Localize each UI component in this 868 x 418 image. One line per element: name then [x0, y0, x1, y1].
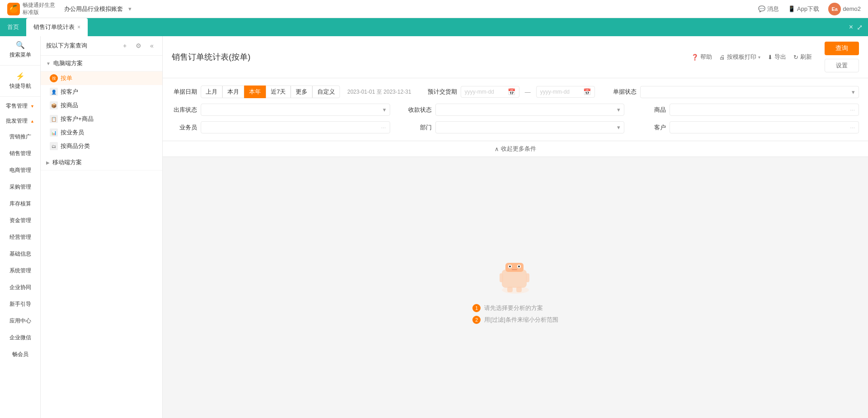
customer-label: 客户: [641, 124, 666, 132]
by-customer-icon: 👤: [50, 88, 58, 96]
sidebar-item-search-menu[interactable]: 🔍 搜索菜单: [0, 36, 40, 63]
date-btn-7days[interactable]: 近7天: [266, 86, 291, 98]
sidebar-item-basic-info[interactable]: 基础信息: [0, 246, 40, 262]
left-panel-header: 按以下方案查询 + ⚙ «: [41, 36, 162, 56]
dept-arrow-icon: ▾: [617, 124, 620, 131]
expected-date-end-placeholder: yyyy-mm-dd: [540, 89, 570, 95]
sidebar-item-inventory[interactable]: 库存核算: [0, 195, 40, 212]
query-button[interactable]: 查询: [825, 42, 859, 55]
collapse-icon: ∧: [495, 146, 499, 152]
sidebar-item-new-guide[interactable]: 新手引导: [0, 296, 40, 313]
expected-date-start-input[interactable]: yyyy-mm-dd 📅: [461, 86, 519, 98]
dept-select[interactable]: ▾: [435, 121, 625, 133]
user-menu-button[interactable]: Ea demo2: [828, 3, 861, 15]
product-dots-icon: ···: [850, 106, 855, 113]
settings-scheme-button[interactable]: ⚙: [133, 41, 143, 51]
calendar-start-icon: 📅: [508, 88, 515, 95]
app-download-button[interactable]: 📱 App下载: [788, 5, 819, 13]
tree-item-by-category[interactable]: 🗂 按商品分类: [41, 139, 162, 153]
sidebar-item-purchase-mgmt[interactable]: 采购管理: [0, 179, 40, 195]
calendar-end-icon: 📅: [583, 88, 591, 95]
filter-product-section: 商品 ···: [641, 104, 859, 116]
by-salesperson-icon: 📊: [50, 128, 58, 137]
sidebar-item-enterprise-co[interactable]: 企业协同: [0, 279, 40, 296]
customer-input[interactable]: ···: [670, 121, 859, 133]
date-dash: —: [525, 89, 531, 95]
empty-state: 1 请先选择要分析的方案 2 用[过滤]条件来缩小分析范围: [163, 157, 868, 418]
tab-minimize-icon[interactable]: ×: [849, 23, 853, 31]
sidebar-item-enterprise-wechat[interactable]: 企业微信: [0, 329, 40, 346]
sidebar-item-ecom-mgmt[interactable]: 电商管理: [0, 162, 40, 179]
app-title-dropdown-icon[interactable]: ▾: [128, 5, 132, 12]
empty-state-icon: [493, 252, 538, 297]
retail-mgmt-arrow-icon: ▼: [30, 104, 34, 109]
date-btn-this-month[interactable]: 本月: [222, 86, 244, 98]
payment-status-label: 收款状态: [406, 106, 432, 114]
sidebar-item-marketing[interactable]: 营销推广: [0, 128, 40, 145]
user-avatar: Ea: [828, 3, 841, 15]
sidebar-item-retail-mgmt[interactable]: 零售管理 ▼: [0, 99, 40, 114]
tree-section-pc[interactable]: ▼ 电脑端方案: [41, 56, 162, 71]
filter-area: 单据日期 上月 本月 本年 近7天 更多 自定义 2023-01-01 至 20…: [163, 78, 868, 141]
content-area: 销售订单统计表(按单) ❓ 帮助 🖨 按模板打印 ▾ ⬇ 导出: [163, 36, 868, 418]
tab-bar: 首页 销售订单统计表 × × ⤢: [0, 18, 868, 36]
payment-status-select[interactable]: ▾: [435, 104, 625, 116]
doc-status-label: 单据状态: [611, 88, 637, 96]
svg-point-6: [518, 266, 520, 267]
tree-item-by-salesperson[interactable]: 📊 按业务员: [41, 126, 162, 139]
tree-caret-pc: ▼: [46, 61, 51, 66]
tree-item-by-cust-prod[interactable]: 📋 按客户+商品: [41, 112, 162, 126]
tab-close-icon[interactable]: ×: [77, 24, 80, 30]
collapse-panel-button[interactable]: «: [147, 41, 157, 51]
sidebar-item-quick-nav[interactable]: ⚡ 快捷导航: [0, 67, 40, 95]
product-input[interactable]: ···: [670, 104, 859, 116]
tab-active[interactable]: 销售订单统计表 ×: [26, 18, 88, 36]
sidebar: 🔍 搜索菜单 ⚡ 快捷导航 零售管理 ▼ 批发管理 ▲ 营销推广 销售管理 电商…: [0, 36, 41, 418]
sidebar-item-finance-mgmt[interactable]: 资金管理: [0, 212, 40, 229]
date-btn-last-month[interactable]: 上月: [201, 86, 222, 98]
ship-status-select[interactable]: ▾: [201, 104, 390, 116]
tree-item-by-order[interactable]: 按 按单: [41, 71, 162, 85]
salesperson-label: 业务员: [172, 124, 197, 132]
top-bar-left: 🍊 畅捷通好生意 标准版 办公用品行业模拟账套 ▾: [7, 2, 132, 16]
sidebar-item-app-center[interactable]: 应用中心: [0, 313, 40, 329]
add-scheme-button[interactable]: +: [120, 41, 130, 51]
export-icon: ⬇: [768, 54, 773, 61]
date-btn-this-year[interactable]: 本年: [244, 86, 266, 98]
print-icon: 🖨: [719, 54, 725, 61]
sidebar-item-sales-mgmt[interactable]: 销售管理: [0, 145, 40, 162]
left-panel-title: 按以下方案查询: [46, 42, 87, 50]
print-dropdown-icon: ▾: [758, 55, 760, 60]
sidebar-item-member[interactable]: 畅会员: [0, 346, 40, 363]
help-button[interactable]: ❓ 帮助: [691, 53, 712, 61]
expected-date-end-input[interactable]: yyyy-mm-dd 📅: [536, 86, 595, 98]
salesperson-input[interactable]: ···: [201, 121, 390, 133]
refresh-icon: ↻: [793, 54, 798, 61]
sidebar-item-operations-mgmt[interactable]: 经营管理: [0, 229, 40, 246]
sidebar-item-wholesale-mgmt[interactable]: 批发管理 ▲: [0, 114, 40, 128]
collapse-bar[interactable]: ∧ 收起更多条件: [163, 141, 868, 157]
help-icon: ❓: [691, 54, 698, 61]
tab-maximize-icon[interactable]: ⤢: [857, 23, 863, 32]
tip-2-num: 2: [472, 316, 481, 324]
tip-2-text: 用[过滤]条件来缩小分析范围: [484, 316, 558, 324]
date-btn-more[interactable]: 更多: [291, 86, 312, 98]
empty-tip-1: 1 请先选择要分析的方案: [472, 304, 558, 312]
by-cust-prod-icon: 📋: [50, 115, 58, 123]
tree-section-mobile[interactable]: ▶ 移动端方案: [41, 155, 162, 171]
settings-button[interactable]: 设置: [825, 59, 859, 72]
print-button[interactable]: 🖨 按模板打印 ▾: [719, 53, 760, 61]
tab-home[interactable]: 首页: [0, 18, 26, 36]
tree-item-by-customer[interactable]: 👤 按客户: [41, 85, 162, 99]
export-button[interactable]: ⬇ 导出: [768, 53, 786, 61]
refresh-button[interactable]: ↻ 刷新: [793, 53, 812, 61]
sidebar-item-system-mgmt[interactable]: 系统管理: [0, 262, 40, 279]
doc-status-select[interactable]: ▾: [640, 86, 859, 98]
expected-date-label: 预计交货期: [428, 88, 457, 96]
left-panel-actions: + ⚙ «: [120, 41, 157, 51]
date-btn-custom[interactable]: 自定义: [312, 86, 340, 98]
message-button[interactable]: 💬 消息: [758, 5, 779, 13]
tree-item-by-product[interactable]: 📦 按商品: [41, 99, 162, 112]
svg-rect-9: [526, 273, 529, 282]
date-label: 单据日期: [172, 88, 197, 96]
